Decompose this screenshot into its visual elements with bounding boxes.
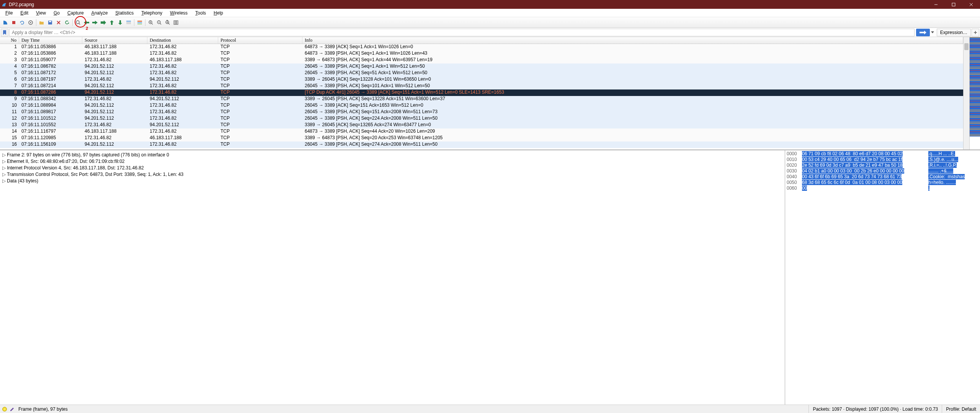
tree-node[interactable]: ▷Transmission Control Protocol, Src Port… (2, 171, 782, 177)
column-header-source[interactable]: Source (82, 37, 147, 44)
menu-go[interactable]: Go (50, 10, 64, 16)
menu-statistics[interactable]: Statistics (111, 10, 137, 16)
go-back-icon[interactable] (83, 19, 90, 26)
capture-options-icon[interactable] (27, 19, 34, 26)
column-header-info[interactable]: Info (302, 37, 963, 44)
packet-details-tree[interactable]: ▷Frame 2: 97 bytes on wire (776 bits), 9… (0, 150, 785, 405)
resize-columns-icon[interactable] (172, 19, 180, 26)
open-file-icon[interactable] (38, 19, 46, 26)
colorize-icon[interactable] (136, 19, 144, 26)
svg-rect-17 (137, 22, 142, 23)
scrollbar-thumb[interactable] (964, 43, 969, 50)
expand-caret-icon[interactable]: ▷ (2, 152, 7, 158)
packet-row[interactable]: 1307:16:11.101552172.31.46.8294.201.52.1… (0, 122, 963, 128)
packet-row[interactable]: 307:16:11.059077172.31.46.8246.183.117.1… (0, 57, 963, 63)
svg-line-25 (160, 23, 161, 24)
go-first-icon[interactable] (108, 19, 116, 26)
packet-row[interactable]: 1607:16:11.15610994.201.52.112172.31.46.… (0, 141, 963, 148)
display-filter-input[interactable] (9, 29, 915, 36)
menu-telephony[interactable]: Telephony (137, 10, 166, 16)
status-frame-info: Frame (frame), 97 bytes (18, 406, 68, 412)
toolbar: 1 (0, 17, 980, 28)
tree-node[interactable]: ▷Frame 2: 97 bytes on wire (776 bits), 9… (2, 151, 782, 158)
menu-view[interactable]: View (32, 10, 50, 16)
packet-row[interactable]: 907:16:11.088342172.31.46.8294.201.52.11… (0, 96, 963, 102)
packet-row[interactable]: 1207:16:11.10151294.201.52.112172.31.46.… (0, 115, 963, 122)
zoom-in-icon[interactable] (147, 19, 155, 26)
expand-caret-icon[interactable]: ▷ (2, 178, 7, 184)
menubar: FileEditViewGoCaptureAnalyzeStatisticsTe… (0, 9, 980, 17)
titlebar: DP2.pcapng (0, 0, 980, 9)
menu-help[interactable]: Help (210, 10, 227, 16)
close-button[interactable] (962, 0, 980, 9)
apply-filter-button[interactable] (916, 29, 930, 36)
packet-row[interactable]: 1407:16:11.11679746.183.117.188172.31.46… (0, 128, 963, 135)
menu-wireless[interactable]: Wireless (166, 10, 191, 16)
tree-node[interactable]: ▷Ethernet II, Src: 06:48:80:e6:d7:20, Ds… (2, 158, 782, 164)
packet-row[interactable]: 607:16:11.087197172.31.46.8294.201.52.11… (0, 76, 963, 83)
go-forward-icon[interactable] (91, 19, 99, 26)
packet-list-header[interactable]: No Day Time Source Destination Protocol … (0, 37, 963, 44)
stop-capture-icon[interactable] (10, 19, 18, 26)
menu-tools[interactable]: Tools (191, 10, 210, 16)
zoom-reset-icon[interactable]: 1 (164, 19, 172, 26)
auto-scroll-icon[interactable] (125, 19, 132, 26)
packet-row[interactable]: 1007:16:11.08898494.201.52.112172.31.46.… (0, 102, 963, 109)
svg-rect-16 (137, 21, 142, 22)
packet-row[interactable]: 107:16:11.05388646.183.117.188172.31.46.… (0, 44, 963, 50)
expand-caret-icon[interactable]: ▷ (2, 159, 7, 164)
status-profile[interactable]: Profile: Default (942, 405, 980, 413)
column-header-destination[interactable]: Destination (147, 37, 218, 44)
svg-rect-30 (175, 21, 176, 24)
menu-analyze[interactable]: Analyze (88, 10, 112, 16)
column-header-protocol[interactable]: Protocol (218, 37, 302, 44)
packet-list[interactable]: No Day Time Source Destination Protocol … (0, 37, 963, 150)
expression-button[interactable]: Expression… (937, 29, 971, 36)
save-file-icon[interactable] (46, 19, 54, 26)
menu-edit[interactable]: Edit (16, 10, 32, 16)
add-filter-button[interactable] (972, 29, 979, 36)
packet-list-pane: No Day Time Source Destination Protocol … (0, 37, 980, 150)
filterbar: Expression… (0, 28, 980, 37)
tree-node[interactable]: ▷Internet Protocol Version 4, Src: 46.18… (2, 164, 782, 171)
tree-node[interactable]: ▷Data (43 bytes) (2, 177, 782, 184)
packet-minimap[interactable] (969, 37, 980, 150)
minimize-button[interactable] (927, 0, 945, 9)
window-title: DP2.pcapng (9, 2, 927, 7)
separator (72, 19, 73, 26)
find-packet-icon[interactable] (74, 19, 82, 26)
packet-list-scrollbar[interactable] (963, 37, 969, 150)
filter-history-dropdown[interactable] (930, 29, 935, 36)
reload-file-icon[interactable] (63, 19, 71, 26)
expert-info-led-icon[interactable] (2, 407, 7, 411)
zoom-out-icon[interactable] (155, 19, 163, 26)
packet-row[interactable]: 807:16:11.08728694.201.52.112172.31.46.8… (0, 89, 963, 96)
column-header-no[interactable]: No (0, 37, 19, 44)
maximize-button[interactable] (945, 0, 962, 9)
svg-line-22 (152, 23, 153, 24)
svg-rect-8 (49, 21, 51, 22)
go-to-packet-icon[interactable] (100, 19, 107, 26)
expand-caret-icon[interactable]: ▷ (2, 165, 7, 171)
expand-caret-icon[interactable]: ▷ (2, 172, 7, 177)
svg-line-28 (168, 23, 170, 24)
start-capture-icon[interactable] (2, 19, 9, 26)
filter-bookmark-icon[interactable] (1, 29, 8, 36)
menu-capture[interactable]: Capture (64, 10, 88, 16)
packet-row[interactable]: 407:16:11.08678294.201.52.112172.31.46.8… (0, 63, 963, 70)
go-last-icon[interactable] (116, 19, 124, 26)
packet-row[interactable]: 207:16:11.05388646.183.117.188172.31.46.… (0, 50, 963, 57)
svg-rect-29 (174, 21, 175, 24)
packet-row[interactable]: 1507:16:11.120985172.31.46.8246.183.117.… (0, 135, 963, 141)
status-packets-info: Packets: 1097 · Displayed: 1097 (100.0%)… (808, 405, 942, 413)
restart-capture-icon[interactable] (18, 19, 26, 26)
menu-file[interactable]: File (2, 10, 16, 16)
svg-rect-15 (126, 23, 131, 24)
packet-row[interactable]: 507:16:11.08717294.201.52.112172.31.46.8… (0, 70, 963, 76)
column-header-time[interactable]: Day Time (19, 37, 82, 44)
packet-row[interactable]: 1107:16:11.08981794.201.52.112172.31.46.… (0, 109, 963, 115)
edit-capture-comment-icon[interactable] (9, 406, 15, 412)
close-file-icon[interactable] (55, 19, 62, 26)
packet-row[interactable]: 707:16:11.08721494.201.52.112172.31.46.8… (0, 83, 963, 89)
hex-dump-pane[interactable]: 0000001000200030004000500060 06 71 09 cb… (785, 150, 980, 405)
